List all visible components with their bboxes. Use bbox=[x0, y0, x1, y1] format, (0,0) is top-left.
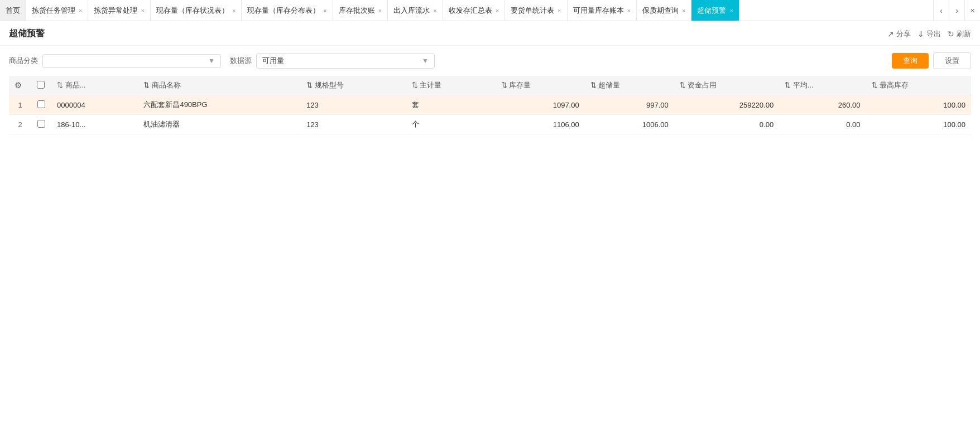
row-max-stock-1: 100.00 bbox=[866, 95, 971, 115]
query-button[interactable]: 查询 bbox=[892, 53, 929, 69]
table-row: 1 0000004 六配套新昌490BPG 123 套 1097.00 997.… bbox=[9, 95, 971, 115]
close-tab-10[interactable]: × bbox=[682, 7, 685, 14]
col-product-code-label: 商品... bbox=[65, 81, 86, 89]
col-product-code[interactable]: ⇅ 商品... bbox=[51, 76, 138, 95]
page-header: 超储预警 ↗ 分享 ⇓ 导出 ↻ 刷新 bbox=[0, 21, 980, 46]
row-product-name-2: 机油滤清器 bbox=[138, 115, 301, 134]
nav-tab-11[interactable]: 超储预警 × bbox=[691, 0, 739, 21]
table-row: 2 186-10... 机油滤清器 123 个 1106.00 1006.00 … bbox=[9, 115, 971, 134]
col-capital[interactable]: ⇅ 资金占用 bbox=[674, 76, 779, 95]
col-max-stock[interactable]: ⇅ 最高库存 bbox=[866, 76, 971, 95]
close-tab-7[interactable]: × bbox=[496, 7, 499, 14]
nav-tab-3[interactable]: 现存量（库存状况表） × bbox=[151, 0, 242, 21]
filter-actions: 查询 设置 bbox=[892, 52, 971, 69]
datasource-label: 数据源 bbox=[230, 56, 252, 66]
col-overstock[interactable]: ⇅ 超储量 bbox=[585, 76, 674, 95]
category-label: 商品分类 bbox=[9, 56, 38, 66]
refresh-button[interactable]: ↻ 刷新 bbox=[948, 29, 971, 39]
page-title: 超储预警 bbox=[9, 28, 45, 40]
nav-tab-9[interactable]: 可用量库存账本 × bbox=[568, 0, 637, 21]
nav-tab-8[interactable]: 要货单统计表 × bbox=[505, 0, 567, 21]
row-overstock-1: 997.00 bbox=[585, 95, 674, 115]
col-avg[interactable]: ⇅ 平均... bbox=[779, 76, 866, 95]
nav-tab-2[interactable]: 拣货异常处理 × bbox=[88, 0, 150, 21]
nav-tab-5[interactable]: 库存批次账 × bbox=[333, 0, 388, 21]
close-tab-9[interactable]: × bbox=[627, 7, 631, 14]
refresh-label: 刷新 bbox=[957, 29, 971, 39]
nav-tab-10[interactable]: 保质期查询 × bbox=[637, 0, 691, 21]
export-icon: ⇓ bbox=[917, 30, 924, 38]
nav-prev-button[interactable]: ‹ bbox=[933, 0, 949, 21]
header-actions: ↗ 分享 ⇓ 导出 ↻ 刷新 bbox=[887, 29, 971, 39]
row-seq-1: 1 bbox=[9, 95, 31, 115]
nav-close-button[interactable]: × bbox=[964, 0, 980, 21]
tab-label-6: 出入库流水 bbox=[393, 6, 430, 16]
tab-label-1: 拣货任务管理 bbox=[32, 6, 75, 16]
row-checkbox-1 bbox=[31, 95, 51, 115]
nav-arrows: ‹ › × bbox=[933, 0, 980, 21]
gear-settings-icon[interactable]: ⚙ bbox=[15, 80, 22, 90]
row-select-2[interactable] bbox=[37, 120, 45, 128]
share-label: 分享 bbox=[896, 29, 911, 39]
tab-label-9: 可用量库存账本 bbox=[573, 6, 624, 16]
datasource-select-value: 可用量 bbox=[262, 56, 417, 66]
row-overstock-2: 1006.00 bbox=[585, 115, 674, 134]
nav-tab-6[interactable]: 出入库流水 × bbox=[388, 0, 443, 21]
col-avg-label: 平均... bbox=[793, 81, 814, 89]
category-select[interactable]: ▼ bbox=[42, 54, 221, 68]
tab-label-7: 收发存汇总表 bbox=[449, 6, 492, 16]
nav-tab-home[interactable]: 首页 bbox=[0, 0, 26, 21]
export-button[interactable]: ⇓ 导出 bbox=[917, 29, 941, 39]
datasource-dropdown-icon: ▼ bbox=[422, 57, 429, 65]
tab-label-3: 现存量（库存状况表） bbox=[156, 6, 229, 16]
row-spec-1: 123 bbox=[301, 95, 406, 115]
row-select-1[interactable] bbox=[37, 100, 45, 108]
row-unit-1: 套 bbox=[406, 95, 496, 115]
table-body: 1 0000004 六配套新昌490BPG 123 套 1097.00 997.… bbox=[9, 95, 971, 134]
datasource-filter: 数据源 可用量 ▼ bbox=[230, 53, 435, 69]
close-tab-2[interactable]: × bbox=[141, 7, 144, 14]
close-tab-3[interactable]: × bbox=[232, 7, 236, 14]
settings-button[interactable]: 设置 bbox=[933, 52, 971, 69]
table-header-row: ⚙ ⇅ 商品... ⇅ 商品名称 ⇅ 规格型号 bbox=[9, 76, 971, 95]
table-container: ⚙ ⇅ 商品... ⇅ 商品名称 ⇅ 规格型号 bbox=[0, 76, 980, 134]
col-overstock-label: 超储量 bbox=[598, 81, 620, 89]
col-stock[interactable]: ⇅ 库存量 bbox=[496, 76, 585, 95]
col-spec-label: 规格型号 bbox=[315, 81, 344, 89]
tab-label-8: 要货单统计表 bbox=[511, 6, 554, 16]
datasource-select[interactable]: 可用量 ▼ bbox=[256, 53, 435, 69]
close-tab-8[interactable]: × bbox=[558, 7, 561, 14]
category-select-value bbox=[49, 57, 204, 65]
col-unit[interactable]: ⇅ 主计量 bbox=[406, 76, 496, 95]
nav-next-button[interactable]: › bbox=[949, 0, 964, 21]
col-checkbox bbox=[31, 76, 51, 95]
row-stock-1: 1097.00 bbox=[496, 95, 585, 115]
main-content: 超储预警 ↗ 分享 ⇓ 导出 ↻ 刷新 商品分类 ▼ 数据源 bbox=[0, 21, 980, 446]
col-capital-label: 资金占用 bbox=[688, 81, 717, 89]
row-max-stock-2: 100.00 bbox=[866, 115, 971, 134]
col-product-name[interactable]: ⇅ 商品名称 bbox=[138, 76, 301, 95]
export-label: 导出 bbox=[926, 29, 941, 39]
select-all-checkbox[interactable] bbox=[37, 81, 45, 89]
close-tab-1[interactable]: × bbox=[79, 7, 82, 14]
row-checkbox-2 bbox=[31, 115, 51, 134]
nav-tab-1[interactable]: 拣货任务管理 × bbox=[26, 0, 88, 21]
row-product-name-1: 六配套新昌490BPG bbox=[138, 95, 301, 115]
close-tab-5[interactable]: × bbox=[378, 7, 382, 14]
close-tab-6[interactable]: × bbox=[433, 7, 436, 14]
nav-tab-4[interactable]: 现存量（库存分布表） × bbox=[242, 0, 333, 21]
tab-label-4: 现存量（库存分布表） bbox=[247, 6, 320, 16]
nav-tab-7[interactable]: 收发存汇总表 × bbox=[443, 0, 505, 21]
category-filter: 商品分类 ▼ bbox=[9, 54, 221, 68]
close-tab-4[interactable]: × bbox=[323, 7, 326, 14]
col-unit-label: 主计量 bbox=[420, 81, 441, 89]
row-avg-1: 260.00 bbox=[779, 95, 866, 115]
col-product-name-label: 商品名称 bbox=[152, 81, 181, 89]
share-button[interactable]: ↗ 分享 bbox=[887, 29, 911, 39]
row-seq-2: 2 bbox=[9, 115, 31, 134]
col-spec[interactable]: ⇅ 规格型号 bbox=[301, 76, 406, 95]
tab-label-10: 保质期查询 bbox=[642, 6, 679, 16]
tab-label-5: 库存批次账 bbox=[339, 6, 375, 16]
row-unit-2: 个 bbox=[406, 115, 496, 134]
close-tab-11[interactable]: × bbox=[729, 7, 733, 14]
